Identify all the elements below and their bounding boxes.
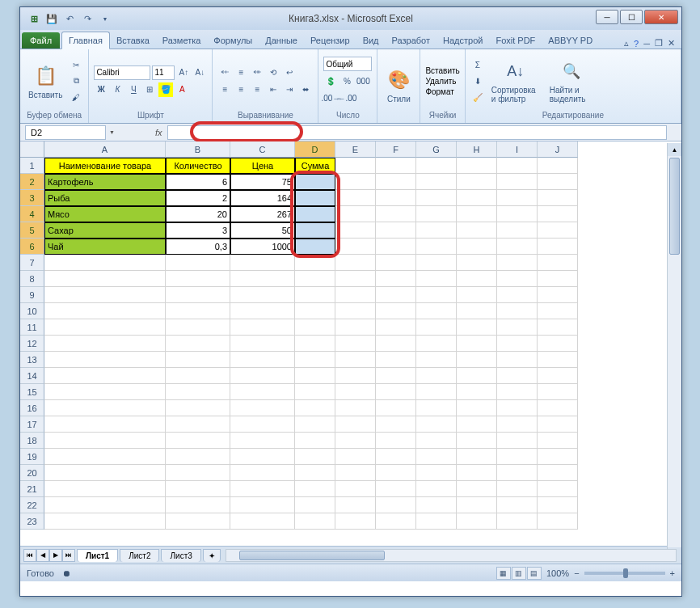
window-restore-icon[interactable]: ❐ [655,38,663,49]
cell-E7[interactable] [335,255,376,271]
column-header-A[interactable]: A [44,141,166,158]
cell-H9[interactable] [457,287,497,303]
cell-C21[interactable] [230,481,295,497]
cell-H21[interactable] [457,481,497,497]
cell-B21[interactable] [166,481,230,497]
cell-J15[interactable] [538,384,578,400]
row-header-10[interactable]: 10 [20,303,44,319]
cell-A13[interactable] [44,352,166,368]
cell-D22[interactable] [295,497,335,513]
cell-I7[interactable] [497,255,538,271]
close-button[interactable]: ✕ [644,10,678,24]
row-header-17[interactable]: 17 [20,416,44,433]
cell-A19[interactable] [44,449,166,465]
cell-E19[interactable] [335,449,376,465]
align-bottom-icon[interactable]: ⬵ [250,65,264,80]
cell-B2[interactable]: 6 [166,174,230,190]
cell-B23[interactable] [166,513,230,530]
cell-G10[interactable] [416,303,457,319]
row-header-19[interactable]: 19 [20,449,44,465]
scroll-up-icon[interactable]: ▲ [668,143,681,156]
cell-J9[interactable] [538,287,578,303]
cell-B9[interactable] [166,287,230,303]
cell-E2[interactable] [335,174,376,190]
sheet-tab-2[interactable]: Лист2 [120,549,159,562]
cell-D13[interactable] [295,352,335,368]
cell-C1[interactable]: Цена [230,158,295,174]
cell-H5[interactable] [457,222,497,239]
cell-A20[interactable] [44,465,166,481]
cell-J21[interactable] [538,481,578,497]
cell-E22[interactable] [335,497,376,513]
cell-C19[interactable] [230,449,295,465]
horizontal-scrollbar[interactable] [226,549,677,562]
cell-I2[interactable] [497,174,538,190]
sheet-nav-next-icon[interactable]: ▶ [49,549,62,562]
row-header-9[interactable]: 9 [20,287,44,303]
cell-G1[interactable] [416,158,457,174]
cell-D21[interactable] [295,481,335,497]
cell-C23[interactable] [230,513,295,530]
align-middle-icon[interactable]: ≡ [234,65,248,80]
cell-D1[interactable]: Сумма [295,158,335,174]
sheet-nav-last-icon[interactable]: ⏭ [62,549,75,562]
minimize-ribbon-icon[interactable]: ▵ [624,38,629,49]
cell-B11[interactable] [166,319,230,336]
cell-C7[interactable] [230,255,295,271]
cell-E5[interactable] [335,222,376,239]
cell-D11[interactable] [295,319,335,336]
cell-I20[interactable] [497,465,538,481]
cell-D6[interactable] [295,239,335,255]
cell-B12[interactable] [166,336,230,352]
orientation-icon[interactable]: ⟲ [266,65,280,80]
cell-J10[interactable] [538,303,578,319]
minimize-button[interactable]: ─ [596,10,618,24]
cell-F6[interactable] [376,239,416,255]
row-header-8[interactable]: 8 [20,271,44,287]
cell-B17[interactable] [166,416,230,433]
cell-C20[interactable] [230,465,295,481]
cell-B22[interactable] [166,497,230,513]
cell-H4[interactable] [457,206,497,222]
cell-G21[interactable] [416,481,457,497]
cell-F1[interactable] [376,158,416,174]
row-header-7[interactable]: 7 [20,255,44,271]
increase-decimal-icon[interactable]: .00→ [323,91,338,105]
cell-A8[interactable] [44,271,166,287]
row-header-16[interactable]: 16 [20,400,44,416]
cell-G4[interactable] [416,206,457,222]
cell-J23[interactable] [538,513,578,530]
cell-I21[interactable] [497,481,538,497]
cell-A15[interactable] [44,384,166,400]
cell-H8[interactable] [457,271,497,287]
macro-record-icon[interactable]: ⏺ [62,568,71,578]
cell-E15[interactable] [335,384,376,400]
cell-G6[interactable] [416,239,457,255]
cell-G5[interactable] [416,222,457,239]
cell-J11[interactable] [538,319,578,336]
cell-F23[interactable] [376,513,416,530]
cell-F14[interactable] [376,368,416,384]
cell-D20[interactable] [295,465,335,481]
cell-F16[interactable] [376,400,416,416]
tab-formulas[interactable]: Формулы [207,32,259,49]
zoom-in-button[interactable]: + [670,568,675,578]
cell-A3[interactable]: Рыба [44,190,166,206]
row-header-18[interactable]: 18 [20,433,44,449]
cell-J12[interactable] [538,336,578,352]
cell-C22[interactable] [230,497,295,513]
column-header-F[interactable]: F [376,141,416,158]
cell-A2[interactable]: Картофель [44,174,166,190]
percent-icon[interactable]: % [339,74,354,88]
format-painter-icon[interactable]: 🖌 [69,90,83,104]
cell-D8[interactable] [295,271,335,287]
cell-G19[interactable] [416,449,457,465]
cell-I4[interactable] [497,206,538,222]
tab-layout[interactable]: Разметка [156,32,208,49]
cell-F12[interactable] [376,336,416,352]
fill-color-button[interactable]: 🪣 [158,82,173,97]
cell-B6[interactable]: 0,3 [166,239,230,255]
cell-E16[interactable] [335,400,376,416]
cell-H18[interactable] [457,433,497,449]
cell-G15[interactable] [416,384,457,400]
